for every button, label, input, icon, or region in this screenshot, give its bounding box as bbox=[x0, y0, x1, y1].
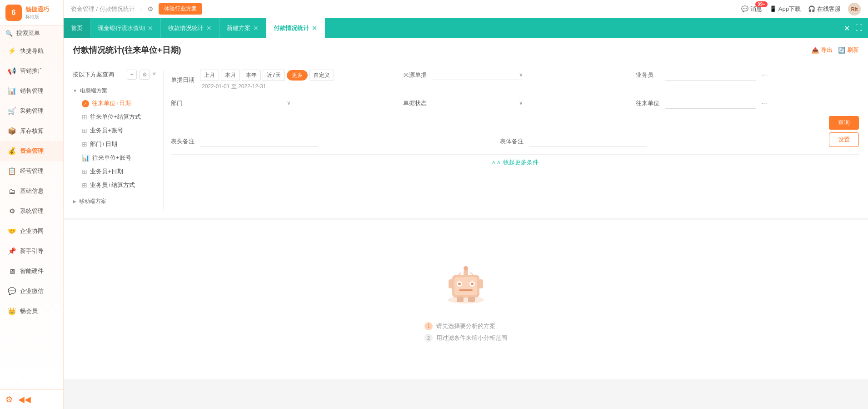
tab-payment-stats[interactable]: 付款情况统计 ✕ bbox=[266, 18, 325, 38]
header-settings-icon[interactable]: ⚙ bbox=[147, 5, 153, 13]
trial-button[interactable]: 体验行业方案 bbox=[159, 3, 202, 15]
contact-label: 往来单位 bbox=[636, 99, 661, 107]
scheme-item-contact-account[interactable]: 📊 往来单位+账号 bbox=[73, 151, 156, 165]
sidebar-item-operation[interactable]: 📋经营管理 bbox=[0, 161, 63, 181]
scheme-item-contact-settle[interactable]: ⊞ 往来单位+结算方式 bbox=[73, 110, 156, 124]
body-note-input[interactable] bbox=[529, 136, 647, 147]
settings-button[interactable]: 设置 bbox=[829, 132, 859, 147]
scheme-item-contact-date-label: 往来单位+日期 bbox=[92, 99, 131, 107]
service-label: 在线客服 bbox=[817, 5, 841, 13]
scheme-item-contact-date[interactable]: ✓ 往来单位+日期 bbox=[73, 96, 156, 110]
tab-receipt-stats-close[interactable]: ✕ bbox=[206, 25, 212, 32]
tab-cash-flow-close[interactable]: ✕ bbox=[148, 25, 153, 32]
search-label: 搜索菜单 bbox=[16, 29, 40, 37]
tab-home[interactable]: 首页 bbox=[64, 18, 90, 38]
sidebar-settings-icon[interactable]: ⚙ bbox=[5, 394, 13, 404]
dept-select[interactable]: ∨ bbox=[200, 98, 291, 108]
expand-icon[interactable]: ⛶ bbox=[855, 24, 863, 32]
tab-payment-stats-close[interactable]: ✕ bbox=[312, 25, 317, 32]
sidebar-icon-system: ⚙ bbox=[7, 207, 16, 216]
sidebar-item-sales[interactable]: 📊销售管理 bbox=[0, 81, 63, 101]
app-download-button[interactable]: 📱 App下载 bbox=[769, 5, 801, 13]
header-note-label: 表头备注 bbox=[171, 137, 196, 146]
scheme-header-actions: + ⚙ « bbox=[127, 70, 156, 80]
date-this-year[interactable]: 本年 bbox=[242, 70, 261, 81]
staff-label: 业务员 bbox=[636, 71, 661, 79]
action-buttons: 查询 设置 bbox=[829, 116, 859, 147]
refresh-button[interactable]: 🔄 刷新 bbox=[838, 46, 859, 54]
scheme-add-icon[interactable]: + bbox=[127, 70, 137, 80]
svg-point-6 bbox=[471, 283, 474, 285]
page-title: 付款情况统计(往来单位+日期) bbox=[73, 45, 181, 56]
filter-row-3: 表头备注 表体备注 查询 设置 bbox=[171, 116, 859, 147]
sidebar-item-member[interactable]: 👑畅会员 bbox=[0, 301, 63, 321]
filter-header-note-group: 表头备注 bbox=[171, 136, 491, 147]
header-note-input[interactable] bbox=[200, 136, 318, 147]
tab-new-scheme-close[interactable]: ✕ bbox=[253, 25, 259, 32]
sidebar-item-inventory[interactable]: 📦库存核算 bbox=[0, 121, 63, 141]
doc-status-select[interactable]: ∨ bbox=[432, 98, 523, 108]
scheme-collapse-icon[interactable]: « bbox=[152, 70, 156, 80]
scheme-item-dept-date[interactable]: ⊞ 部门+日期 bbox=[73, 137, 156, 151]
online-service-button[interactable]: 🎧 在线客服 bbox=[808, 5, 841, 13]
scheme-settings-icon[interactable]: ⚙ bbox=[140, 70, 150, 80]
staff-input[interactable] bbox=[665, 70, 756, 81]
header-right: 💬 消息 99+ 📱 App下载 🎧 在线客服 Rit bbox=[741, 3, 861, 15]
scheme-item-icon-1: ⊞ bbox=[82, 113, 87, 121]
scheme-item-icon-3: ⊞ bbox=[82, 141, 87, 148]
sidebar-label-member: 畅会员 bbox=[20, 307, 38, 315]
export-button[interactable]: 📤 导出 bbox=[812, 46, 833, 54]
date-custom[interactable]: 自定义 bbox=[309, 70, 334, 81]
svg-point-5 bbox=[458, 283, 461, 285]
scheme-desktop-group: ▼ 电脑端方案 ✓ 往来单位+日期 ⊞ 往来单位 bbox=[73, 85, 156, 192]
sidebar-item-system[interactable]: ⚙系统管理 bbox=[0, 201, 63, 221]
sidebar-icon-quick-nav: ⚡ bbox=[7, 46, 16, 56]
scheme-mobile-title[interactable]: ▶ 移动端方案 bbox=[73, 196, 156, 207]
scheme-item-icon-6: ⊞ bbox=[82, 182, 87, 189]
empty-illustration bbox=[439, 257, 493, 311]
doc-status-arrow-icon: ∨ bbox=[519, 100, 523, 106]
sidebar-icon-purchase: 🛒 bbox=[7, 106, 16, 116]
scheme-desktop-title[interactable]: ▼ 电脑端方案 bbox=[73, 85, 156, 96]
sidebar-item-quick-nav[interactable]: ⚡快捷导航 bbox=[0, 41, 63, 61]
contact-dots-icon[interactable]: ··· bbox=[761, 99, 767, 107]
tab-cash-flow[interactable]: 现金银行流水查询 ✕ bbox=[90, 18, 161, 38]
staff-dots-icon[interactable]: ··· bbox=[761, 71, 767, 79]
sidebar-item-weixin[interactable]: 💬企业微信 bbox=[0, 281, 63, 301]
scheme-item-staff-account[interactable]: ⊞ 业务员+账号 bbox=[73, 124, 156, 137]
date-more[interactable]: 更多 bbox=[287, 70, 308, 81]
sidebar-item-purchase[interactable]: 🛒采购管理 bbox=[0, 101, 63, 121]
date-range-display: 2022-01-01 至 2022-12-31 bbox=[202, 83, 266, 91]
close-all-icon[interactable]: ✕ bbox=[844, 24, 850, 33]
sidebar-icon-sales: 📊 bbox=[7, 86, 16, 96]
query-button[interactable]: 查询 bbox=[829, 116, 859, 130]
user-avatar[interactable]: Rit bbox=[848, 3, 861, 15]
scheme-item-staff-date[interactable]: ⊞ 业务员+日期 bbox=[73, 165, 156, 178]
source-doc-select[interactable]: ∨ bbox=[432, 70, 523, 80]
date-this-month[interactable]: 本月 bbox=[221, 70, 240, 81]
logo-text: 畅捷通巧 标准版 bbox=[25, 5, 49, 20]
filter-body-note-group: 表体备注 bbox=[500, 136, 820, 147]
tab-new-scheme[interactable]: 新建方案 ✕ bbox=[219, 18, 266, 38]
sidebar-icon-marketing: 📢 bbox=[7, 66, 16, 76]
sidebar-item-marketing[interactable]: 📢营销推广 bbox=[0, 61, 63, 81]
sidebar-item-hardware[interactable]: 🖥智能硬件 bbox=[0, 261, 63, 281]
contact-input[interactable] bbox=[665, 98, 756, 109]
sidebar-item-capital[interactable]: 💰资金管理 bbox=[0, 141, 63, 161]
sidebar-icon-operation: 📋 bbox=[7, 167, 16, 176]
date-last-month[interactable]: 上月 bbox=[200, 70, 219, 81]
tab-cash-flow-label: 现金银行流水查询 bbox=[98, 24, 145, 32]
source-doc-label: 来源单据 bbox=[403, 71, 429, 79]
message-button[interactable]: 💬 消息 99+ bbox=[741, 5, 762, 13]
search-menu[interactable]: 🔍 搜索菜单 bbox=[0, 25, 63, 41]
sidebar-item-guide[interactable]: 📌新手引导 bbox=[0, 241, 63, 261]
filter-row-2: 部门 ∨ 单据状态 ∨ bbox=[171, 98, 859, 109]
tab-new-scheme-label: 新建方案 bbox=[227, 24, 250, 32]
sidebar-item-basic[interactable]: 🗂基础信息 bbox=[0, 181, 63, 201]
scheme-item-staff-settle[interactable]: ⊞ 业务员+结算方式 bbox=[73, 178, 156, 192]
date-last-7-days[interactable]: 近7天 bbox=[263, 70, 285, 81]
sidebar-collapse-icon[interactable]: ◀◀ bbox=[18, 394, 31, 404]
collapse-bar[interactable]: ∧∧ 收起更多条件 bbox=[171, 154, 859, 170]
tab-receipt-stats[interactable]: 收款情况统计 ✕ bbox=[161, 18, 219, 38]
sidebar-item-cooperation[interactable]: 🤝企业协同 bbox=[0, 221, 63, 241]
